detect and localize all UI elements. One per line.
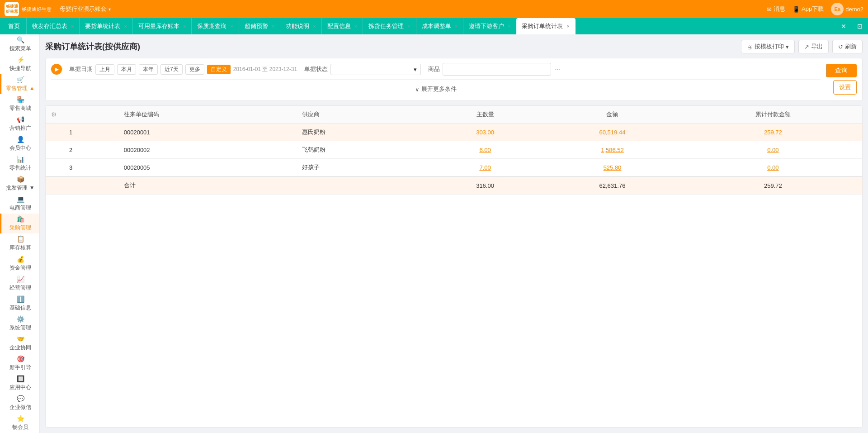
- tab-expiry-query[interactable]: 保质期查询 ×: [192, 18, 239, 34]
- tab-order-summary-close-icon[interactable]: ×: [124, 24, 127, 29]
- workspace-selector[interactable]: 母婴行业演示账套 ▾: [60, 5, 763, 13]
- top-bar: 畅捷通好生意 畅捷通好生意 母婴行业演示账套 ▾ ✉ 消息 📱 App下载 Ea…: [0, 0, 868, 18]
- sidebar-item-app-center[interactable]: 🔲 应用中心: [0, 373, 39, 393]
- sidebar-item-member-center[interactable]: 👤 会员中心: [0, 134, 39, 154]
- tab-pickup-task-label: 拣货任务管理: [368, 22, 404, 30]
- row-seq: 1: [64, 124, 118, 141]
- sidebar-item-retail-mgmt[interactable]: 🛒 零售管理 ▲: [0, 74, 39, 94]
- sidebar-item-app-center-label: 应用中心: [9, 384, 31, 391]
- print-button[interactable]: 🖨 按模板打印 ▾: [741, 40, 795, 53]
- retail-mall-icon: 🏪: [17, 96, 24, 103]
- operations-icon: 📈: [17, 276, 24, 283]
- sidebar-item-retail-stats[interactable]: 📊 零售统计: [0, 154, 39, 174]
- tab-purchase-summary[interactable]: 采购订单统计表 ×: [516, 18, 575, 34]
- app-download-button[interactable]: 📱 App下载: [793, 5, 824, 13]
- tab-expiry-query-label: 保质期查询: [197, 22, 226, 30]
- app-download-label: App下载: [802, 5, 824, 13]
- close-all-tabs-button[interactable]: ✕: [835, 18, 852, 34]
- filter-date-group: 单据日期 上月 本月 本年 近7天 更多 自定义 2016-01-01 至 20…: [69, 64, 297, 75]
- date-btn-more[interactable]: 更多: [185, 64, 204, 75]
- status-select[interactable]: ▾: [330, 64, 421, 75]
- row-amount[interactable]: 1,586.52: [541, 141, 684, 159]
- message-button[interactable]: ✉ 消息: [767, 5, 785, 13]
- goods-more-icon[interactable]: ···: [555, 65, 561, 73]
- tab-pickup-task[interactable]: 拣货任务管理 ×: [363, 18, 416, 34]
- settings-button[interactable]: 设置: [833, 80, 857, 95]
- filter-toggle-button[interactable]: ▶: [51, 64, 62, 75]
- tab-function-desc[interactable]: 功能说明 ×: [280, 18, 321, 34]
- maximize-button[interactable]: ⊡: [852, 18, 868, 34]
- sidebar-item-enterprise-wechat[interactable]: 💬 企业微信: [0, 393, 39, 413]
- row-cumulative-paid[interactable]: 259.72: [684, 124, 862, 141]
- row-amount[interactable]: 60,519.44: [541, 124, 684, 141]
- finance-icon: 💰: [17, 256, 24, 263]
- table-row: 1 00020001 惠氏奶粉 303.00 60,519.44 259.72: [46, 124, 862, 141]
- sidebar-item-finance[interactable]: 💰 资金管理: [0, 254, 39, 274]
- row-cumulative-paid[interactable]: 0.00: [684, 159, 862, 177]
- tab-invite-downstream[interactable]: 邀请下游客户 ×: [463, 18, 516, 34]
- sidebar-item-retail-mall[interactable]: 🏪 零售商城: [0, 94, 39, 114]
- tab-function-desc-close-icon[interactable]: ×: [313, 24, 316, 29]
- sidebar-item-system-mgmt[interactable]: ⚙️ 系统管理: [0, 314, 39, 333]
- print-label: 按模板打印: [755, 43, 784, 51]
- message-label: 消息: [774, 5, 785, 13]
- tab-expiry-query-close-icon[interactable]: ×: [230, 24, 233, 29]
- tab-available-inventory-close-icon[interactable]: ×: [183, 24, 186, 29]
- sidebar-item-search[interactable]: 🔍 搜索菜单: [0, 34, 39, 54]
- refresh-button[interactable]: ↺ 刷新: [832, 40, 863, 53]
- tab-order-summary-label: 要货单统计表: [85, 22, 120, 30]
- tab-cost-adjust-close-icon[interactable]: ×: [455, 24, 458, 29]
- user-profile[interactable]: Ea demo2: [831, 3, 863, 15]
- table-scroll[interactable]: ⚙ 往来单位编码 供应商 主数量 金额 累计付款金额 1: [46, 106, 862, 427]
- tab-receive-send-close-icon[interactable]: ×: [71, 24, 74, 29]
- goods-input[interactable]: [443, 63, 551, 76]
- sidebar-item-marketing[interactable]: 📢 营销推广: [0, 114, 39, 134]
- tab-receive-send[interactable]: 收发存汇总表 ×: [27, 18, 80, 34]
- column-settings-icon[interactable]: ⚙: [51, 111, 57, 118]
- sidebar-item-operations[interactable]: 📈 经营管理: [0, 274, 39, 294]
- sidebar-item-inventory-label: 库存核算: [9, 244, 31, 252]
- date-btn-last-month[interactable]: 上月: [95, 64, 114, 75]
- search-button[interactable]: 查询: [826, 64, 857, 77]
- tab-config-info-close-icon[interactable]: ×: [354, 24, 357, 29]
- tab-overstock-warning[interactable]: 超储预警 ×: [239, 18, 280, 34]
- tab-cost-adjust[interactable]: 成本调整单 ×: [416, 18, 463, 34]
- sidebar-item-member-card[interactable]: ⭐ 畅会员: [0, 413, 39, 433]
- page-actions: 🖨 按模板打印 ▾ ↗ 导出 ↺ 刷新: [741, 40, 863, 53]
- tab-order-summary[interactable]: 要货单统计表 ×: [80, 18, 132, 34]
- tab-config-info[interactable]: 配置信息 ×: [322, 18, 363, 34]
- date-filter-label: 单据日期: [69, 65, 93, 73]
- workspace-chevron-icon: ▾: [108, 7, 111, 12]
- expand-more-button[interactable]: ∨ 展开更多条件: [51, 82, 821, 93]
- sidebar-item-purchase-mgmt[interactable]: 🛍️ 采购管理: [0, 214, 39, 233]
- status-filter-label: 单据状态: [304, 65, 328, 73]
- sidebar-item-basic-info[interactable]: ℹ️ 基础信息: [0, 294, 39, 314]
- date-btn-7days[interactable]: 近7天: [160, 64, 183, 75]
- date-btn-this-year[interactable]: 本年: [139, 64, 158, 75]
- tab-available-inventory[interactable]: 可用量库存账本 ×: [133, 18, 192, 34]
- sidebar-item-ecommerce[interactable]: 💻 电商管理: [0, 194, 39, 214]
- date-btn-this-month[interactable]: 本月: [117, 64, 136, 75]
- goods-filter-label: 商品: [428, 65, 440, 73]
- sidebar-item-new-guide[interactable]: 🎯 新手引导: [0, 353, 39, 373]
- tab-home[interactable]: 首页: [2, 18, 27, 34]
- member-center-icon: 👤: [17, 136, 24, 143]
- sidebar-item-wholesale-mgmt[interactable]: 📦 批发管理 ▼: [0, 174, 39, 194]
- sidebar-item-enterprise-collab[interactable]: 🤝 企业协同: [0, 333, 39, 353]
- row-amount[interactable]: 525.80: [541, 159, 684, 177]
- row-main-qty[interactable]: 303.00: [429, 124, 541, 141]
- row-main-qty[interactable]: 7.00: [429, 159, 541, 177]
- sidebar-item-quick-nav[interactable]: ⚡ 快捷导航: [0, 54, 39, 74]
- tab-purchase-summary-close-icon[interactable]: ×: [566, 24, 569, 29]
- row-main-qty[interactable]: 6.00: [429, 141, 541, 159]
- row-cumulative-paid[interactable]: 0.00: [684, 141, 862, 159]
- message-icon: ✉: [767, 6, 772, 13]
- tab-invite-downstream-close-icon[interactable]: ×: [508, 24, 510, 29]
- tab-pickup-task-close-icon[interactable]: ×: [407, 24, 410, 29]
- sidebar-item-new-guide-label: 新手引导: [9, 364, 31, 371]
- sidebar-item-inventory[interactable]: 📋 库存核算: [0, 233, 39, 253]
- export-button[interactable]: ↗ 导出: [798, 40, 829, 53]
- sidebar-item-finance-label: 资金管理: [9, 264, 31, 272]
- footer-label-cell: 合计: [118, 176, 297, 195]
- tab-overstock-warning-close-icon[interactable]: ×: [272, 24, 274, 29]
